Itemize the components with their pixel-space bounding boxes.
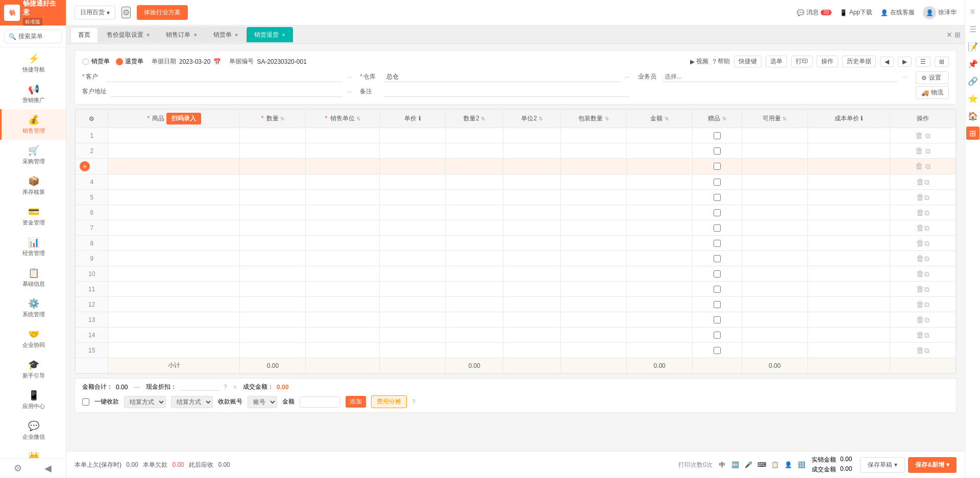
sidebar-item-sales[interactable]: 💰 销售管理 [0,109,66,140]
tab-sales-order-close[interactable]: × [193,32,197,38]
row-qty2-2[interactable] [446,143,503,159]
row-qty2-1[interactable] [446,128,503,143]
tab-sales-return-close[interactable]: × [282,32,285,38]
discount-help-btn[interactable]: ? [224,384,227,391]
right-icon-4[interactable]: 📌 [966,57,979,70]
sidebar-item-shortcut[interactable]: ⚡ 快捷导航 [0,48,66,79]
gift-checkbox-3[interactable] [714,163,721,170]
row-available-2[interactable] [742,143,807,159]
gift-checkbox-1[interactable] [714,132,721,139]
sidebar-item-inventory[interactable]: 📦 库存核算 [0,170,66,201]
copy-row-15[interactable]: ⧉ [924,346,929,355]
row-pkg-1[interactable] [561,128,627,143]
user-item[interactable]: 👤 徐泽华 [923,6,957,19]
radio-return[interactable]: 退货单 [116,57,143,66]
copy-row-7[interactable]: ⧉ [924,224,929,233]
qty2-sort-icon[interactable]: ⇅ [481,116,485,121]
sidebar-item-basic[interactable]: 📋 基础信息 [0,262,66,293]
toolbar-icon-5[interactable]: 📋 [770,459,781,470]
row-amount-3[interactable] [627,159,693,174]
app-download-item[interactable]: 📱 App下载 [840,8,872,17]
gift-checkbox-12[interactable] [714,301,721,308]
delete-row-2[interactable]: 🗑 [915,146,923,156]
prev-record-btn[interactable]: ◀ [880,57,894,67]
sidebar-item-marketing[interactable]: 📢 营销推广 [0,79,66,109]
payment-method-select[interactable]: 结算方式 [124,396,166,408]
toolbar-icon-4[interactable]: ⌨ [756,459,768,470]
history-btn[interactable]: 历史单据 [842,56,876,67]
close-tab-btn[interactable]: ✕ [946,31,952,39]
copy-row-4[interactable]: ⧉ [924,178,929,187]
settings-btn[interactable]: ⚙ 设置 [916,71,949,84]
maximize-tab-btn[interactable]: ⊞ [954,31,961,39]
gift-checkbox-13[interactable] [714,316,721,323]
qty-sort-icon[interactable]: ⇅ [280,116,284,121]
row-qty-3[interactable] [240,159,306,174]
grid-view-btn[interactable]: ⊞ [935,57,949,67]
gear-btn[interactable]: ⚙ [121,7,131,18]
row-cost-3[interactable] [807,159,890,174]
gift-sort-icon[interactable]: ⇅ [722,116,726,121]
row-price-2[interactable] [380,143,446,159]
delete-row-1[interactable]: 🗑 [915,131,923,140]
delete-row-13[interactable]: 🗑 [916,315,924,324]
sidebar-item-member[interactable]: 👑 畅会员 [0,446,66,458]
address-dots[interactable]: ··· [347,88,352,95]
row-pkg-2[interactable] [561,143,627,159]
one-click-checkbox[interactable] [82,398,89,406]
gift-checkbox-4[interactable] [714,179,721,186]
right-icon-2[interactable]: ☰ [966,22,979,36]
row-amount-2[interactable] [627,143,693,159]
gift-checkbox-14[interactable] [714,332,721,339]
staff-input[interactable] [663,71,898,82]
account-select[interactable]: 账号 [248,396,277,408]
collapse-btn[interactable]: ◀ [34,463,62,474]
copy-row-5[interactable]: ⧉ [924,193,929,202]
delete-row-7[interactable]: 🗑 [916,223,924,233]
search-menu-button[interactable]: 🔍 搜索菜单 [4,30,62,43]
row-available-3[interactable] [742,159,807,174]
address-input[interactable] [111,86,342,97]
row-amount-1[interactable] [627,128,693,143]
right-icon-7[interactable]: 🏠 [966,109,979,122]
toolbar-icon-3[interactable]: 🎤 [743,459,754,470]
gift-checkbox-7[interactable] [714,224,721,232]
shortcut-btn[interactable]: 快捷键 [734,56,762,67]
tab-price-extract-close[interactable]: × [146,32,150,38]
row-unit-3[interactable] [306,159,380,174]
date-value[interactable]: 2023-03-20 [179,58,210,65]
copy-row-1[interactable]: ⧉ [925,132,930,140]
row-available-1[interactable] [742,128,807,143]
copy-row-14[interactable]: ⧉ [924,331,929,340]
sidebar-item-finance[interactable]: 💳 资金管理 [0,201,66,232]
row-qty2-3[interactable] [446,159,503,174]
right-icon-5[interactable]: 🔗 [966,74,979,88]
calendar-icon[interactable]: 📅 [213,58,221,65]
row-qty-2[interactable] [240,143,306,159]
discount-input[interactable] [180,383,220,391]
row-cost-1[interactable] [807,128,890,143]
trial-button[interactable]: 体验行业方案 [137,5,188,20]
row-goods-1[interactable] [108,128,240,143]
row-cost-2[interactable] [807,143,890,159]
customer-input[interactable] [107,71,342,82]
operation-btn[interactable]: 操作 [817,56,838,67]
video-action[interactable]: ▶ 视频 [690,57,708,66]
radio-sales[interactable]: 销货单 [82,57,110,66]
row-qty-1[interactable] [240,128,306,143]
row-unit-2[interactable] [306,143,380,159]
amount-sort-icon[interactable]: ⇅ [665,116,669,121]
save-new-btn[interactable]: 保存&新增 ▾ [908,457,957,473]
delete-row-8[interactable]: 🗑 [916,239,924,248]
save-draft-btn[interactable]: 保存草稿 ▾ [860,457,905,473]
delete-row-10[interactable]: 🗑 [916,269,924,279]
tab-sales-order[interactable]: 销售订单 × [158,27,204,42]
add-row-btn[interactable]: + [80,161,90,171]
right-icon-6[interactable]: ⭐ [966,92,979,105]
row-gift-1[interactable] [693,128,742,143]
row-gift-2[interactable] [693,143,742,159]
warehouse-dots[interactable]: ··· [625,73,630,81]
delete-row-15[interactable]: 🗑 [916,346,924,355]
sidebar-item-operations[interactable]: 📊 经营管理 [0,232,66,262]
right-icon-8[interactable]: ⊞ [966,127,979,140]
